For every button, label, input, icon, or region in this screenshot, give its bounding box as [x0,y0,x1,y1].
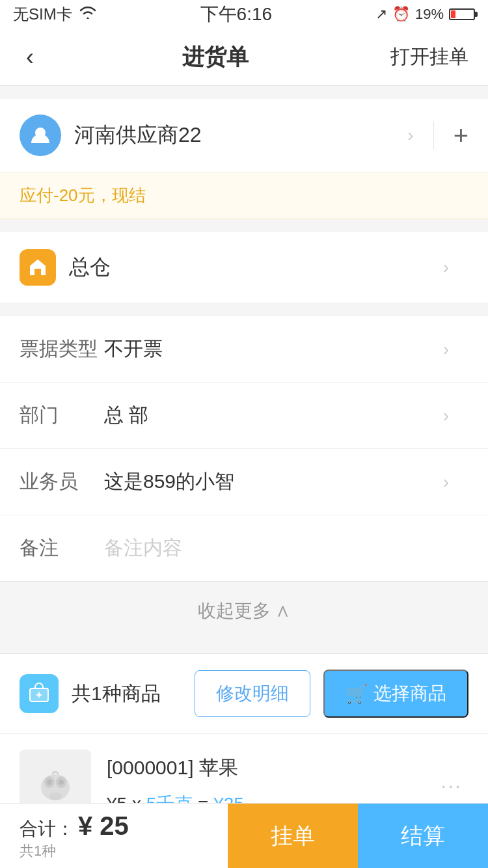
invoice-label: 票据类型 [20,336,104,362]
bottom-summary: 合计： ¥ 25 共1种 [0,804,228,868]
dept-label: 部门 [20,402,104,429]
sales-label: 业务员 [20,468,104,495]
svg-point-8 [47,780,52,785]
select-product-button[interactable]: 🛒 选择商品 [323,670,468,718]
supplier-name: 河南供应商22 [74,121,407,150]
remark-label: 备注 [20,535,104,562]
sales-row[interactable]: 业务员 这是859的小智 › [0,448,488,515]
supplier-avatar [20,115,61,156]
products-count: 共1种商品 [72,681,182,707]
hang-button[interactable]: 挂单 [228,804,358,868]
supplier-row[interactable]: 河南供应商22 › + [0,99,488,172]
collapse-more-button[interactable]: 收起更多 ∧ [0,581,488,640]
total-row: 合计： ¥ 25 [20,811,208,841]
gap-2 [0,219,488,232]
product-more-button[interactable]: ··· [434,767,468,804]
status-bar: 无SIM卡 下午6:16 ↗ ⏰ 19% [0,0,488,29]
battery-icon [449,8,475,20]
alarm-icon: ⏰ [392,6,410,23]
supplier-chevron: › [407,125,413,146]
total-amount: ¥ 25 [78,811,129,841]
select-product-icon: 🛒 [346,683,368,705]
warehouse-chevron: › [443,257,449,278]
dept-row[interactable]: 部门 总 部 › [0,382,488,448]
edit-detail-button[interactable]: 修改明细 [195,670,310,717]
sales-value: 这是859的小智 [104,468,443,495]
dept-value: 总 部 [104,402,443,429]
svg-rect-1 [34,269,41,275]
battery-percent: 19% [415,6,444,23]
gap-4 [0,640,488,653]
product-name: [0000001] 苹果 [107,755,434,781]
status-left: 无SIM卡 [13,4,97,25]
form-card: 票据类型 不开票 › 部门 总 部 › 业务员 这是859的小智 › 备注 备注… [0,316,488,581]
remark-input[interactable]: 备注内容 [104,535,468,562]
invoice-row[interactable]: 票据类型 不开票 › [0,316,488,382]
warehouse-icon [20,249,56,286]
supplier-card: 河南供应商22 › + 应付-20元，现结 [0,99,488,219]
dept-chevron: › [443,405,449,426]
gap-3 [0,303,488,316]
bottom-bar: 合计： ¥ 25 共1种 挂单 结算 [0,803,488,868]
nav-bar: ‹ 进货单 打开挂单 [0,29,488,86]
warehouse-card: 总仓 › [0,232,488,303]
products-icon [20,674,59,713]
warehouse-name: 总仓 [69,253,443,282]
back-button[interactable]: ‹ [20,37,40,77]
wifi-icon [79,5,97,23]
svg-point-9 [59,780,64,785]
open-hang-button[interactable]: 打开挂单 [390,44,468,70]
total-label: 合计： [20,817,74,841]
products-header: 共1种商品 修改明细 🛒 选择商品 [0,653,488,733]
status-right: ↗ ⏰ 19% [375,6,475,23]
supplier-notice: 应付-20元，现结 [0,172,488,219]
warehouse-row[interactable]: 总仓 › [0,232,488,303]
page-title: 进货单 [182,42,249,72]
supplier-divider [433,121,434,150]
location-icon: ↗ [375,6,387,23]
status-time: 下午6:16 [200,2,273,27]
carrier-text: 无SIM卡 [13,4,72,25]
invoice-chevron: › [443,339,449,360]
invoice-value: 不开票 [104,336,443,362]
svg-point-10 [49,793,62,800]
sales-chevron: › [443,472,449,493]
add-button[interactable]: + [454,121,468,150]
gap-1 [0,86,488,99]
remark-row[interactable]: 备注 备注内容 [0,515,488,581]
checkout-button[interactable]: 结算 [358,804,488,868]
total-sub: 共1种 [20,841,208,861]
